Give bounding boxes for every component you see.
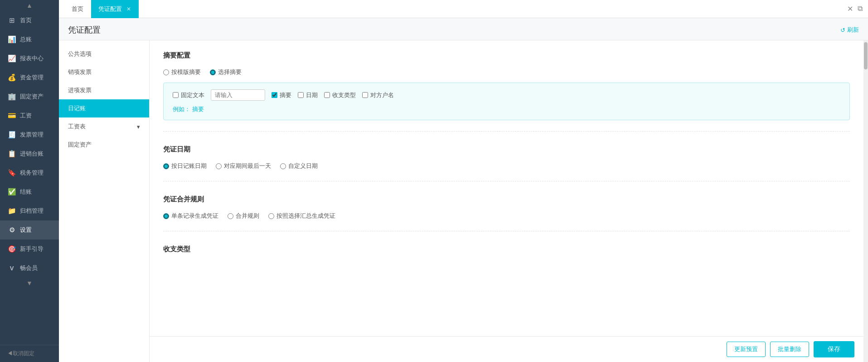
summary-config-title: 摘要配置 xyxy=(163,51,850,60)
window-restore-icon[interactable]: ⧉ xyxy=(858,5,863,13)
section-income-expense: 收支类型 xyxy=(163,245,850,273)
invoice-icon: 🧾 xyxy=(7,131,16,139)
sidebar-scroll-up[interactable]: ▲ xyxy=(0,0,59,11)
sidebar-unpin-button[interactable]: ◀取消固定 xyxy=(0,345,59,362)
left-nav-item-sales-invoice[interactable]: 销项发票 xyxy=(59,63,149,81)
summary-preview: 例如： 摘要 xyxy=(173,105,840,113)
sidebar-item-member[interactable]: V 畅会员 xyxy=(0,259,59,278)
sidebar-item-archive[interactable]: 📁 归档管理 xyxy=(0,201,59,220)
bottom-bar: 更新预置 批量删除 保存 xyxy=(150,336,863,362)
left-nav-item-journal[interactable]: 日记账 xyxy=(59,99,149,117)
batch-delete-button[interactable]: 批量删除 xyxy=(770,342,809,357)
right-content: 摘要配置 按模版摘要 选择摘要 xyxy=(150,40,863,336)
left-nav: 公共选项 销项发票 进项发票 日记账 工资表 ▾ 固定资产 xyxy=(59,40,150,362)
content-area: 凭证配置 ↺ 刷新 公共选项 销项发票 进项发票 日记账 xyxy=(59,18,868,362)
page-title: 凭证配置 xyxy=(68,24,101,35)
summary-checkbox-row: 固定文本 摘要 日期 xyxy=(173,89,840,101)
sidebar-item-assets[interactable]: 🏢 固定资产 xyxy=(0,87,59,106)
radio-single-record[interactable]: 单条记录生成凭证 xyxy=(163,212,218,220)
sidebar-scroll-down[interactable]: ▼ xyxy=(0,278,59,289)
trade-icon: 📋 xyxy=(7,150,16,158)
ledger-icon: 📊 xyxy=(7,35,16,44)
left-nav-item-payroll[interactable]: 工资表 ▾ xyxy=(59,117,149,136)
outer-scrollbar[interactable] xyxy=(863,40,868,362)
checkbox-income-expense-type[interactable]: 收支类型 xyxy=(324,91,356,99)
expand-arrow-icon: ▾ xyxy=(137,123,140,130)
archive-icon: 📁 xyxy=(7,207,16,215)
tab-voucher-config[interactable]: 凭证配置 ✕ xyxy=(91,0,139,18)
tab-bar-actions: ✕ ⧉ xyxy=(847,5,863,13)
sidebar-item-salary[interactable]: 💳 工资 xyxy=(0,106,59,125)
sidebar-item-reports[interactable]: 📈 报表中心 xyxy=(0,49,59,68)
radio-journal-date[interactable]: 按日记账日期 xyxy=(163,162,207,170)
sidebar-item-trade[interactable]: 📋 进销台账 xyxy=(0,144,59,163)
radio-merge-rule[interactable]: 合并规则 xyxy=(228,212,259,220)
summary-config-box: 固定文本 摘要 日期 xyxy=(163,83,850,120)
sidebar-item-settings[interactable]: ⚙ 设置 xyxy=(0,220,59,240)
settings-icon: ⚙ xyxy=(7,226,16,234)
radio-last-day[interactable]: 对应期间最后一天 xyxy=(216,162,271,170)
refresh-icon: ↺ xyxy=(840,27,845,34)
body-split: 公共选项 销项发票 进项发票 日记账 工资表 ▾ 固定资产 xyxy=(59,40,868,362)
summary-mode-radio-group: 按模版摘要 选择摘要 xyxy=(163,68,850,76)
left-nav-item-public[interactable]: 公共选项 xyxy=(59,45,149,63)
checkout-icon: ✅ xyxy=(7,188,16,196)
voucher-date-radio-group: 按日记账日期 对应期间最后一天 自定义日期 xyxy=(163,162,850,170)
sidebar-item-invoice[interactable]: 🧾 发票管理 xyxy=(0,125,59,144)
home-icon: ⊞ xyxy=(7,16,16,24)
salary-icon: 💳 xyxy=(7,112,16,120)
save-button[interactable]: 保存 xyxy=(814,341,854,357)
sidebar-item-home[interactable]: ⊞ 首页 xyxy=(0,11,59,30)
guide-icon: 🎯 xyxy=(7,245,16,253)
radio-select-summary[interactable]: 选择摘要 xyxy=(210,68,242,76)
income-expense-title: 收支类型 xyxy=(163,245,850,254)
fixed-text-input[interactable] xyxy=(211,89,265,101)
sidebar-item-funds[interactable]: 💰 资金管理 xyxy=(0,68,59,87)
section-summary-config: 摘要配置 按模版摘要 选择摘要 xyxy=(163,51,850,132)
member-icon: V xyxy=(7,265,16,272)
left-nav-item-purchase-invoice[interactable]: 进项发票 xyxy=(59,81,149,99)
tax-icon: 🔖 xyxy=(7,169,16,177)
section-voucher-merge: 凭证合并规则 单条记录生成凭证 合并规则 xyxy=(163,195,850,231)
assets-icon: 🏢 xyxy=(7,93,16,101)
sidebar: ▲ ⊞ 首页 📊 总账 📈 报表中心 💰 资金管理 🏢 固定资产 💳 工资 🧾 … xyxy=(0,0,59,362)
sidebar-item-guide[interactable]: 🎯 新手引导 xyxy=(0,240,59,259)
window-close-icon[interactable]: ✕ xyxy=(847,5,853,13)
voucher-merge-title: 凭证合并规则 xyxy=(163,195,850,204)
section-voucher-date: 凭证日期 按日记账日期 对应期间最后一天 xyxy=(163,145,850,181)
refresh-button[interactable]: ↺ 刷新 xyxy=(840,26,859,34)
tab-bar: 首页 凭证配置 ✕ ✕ ⧉ xyxy=(59,0,868,18)
checkbox-counterparty[interactable]: 对方户名 xyxy=(362,91,394,99)
tab-close-icon[interactable]: ✕ xyxy=(126,6,131,12)
checkbox-summary[interactable]: 摘要 xyxy=(272,91,291,99)
sidebar-item-tax[interactable]: 🔖 税务管理 xyxy=(0,163,59,182)
radio-summary-generate[interactable]: 按照选择汇总生成凭证 xyxy=(268,212,335,220)
sidebar-item-checkout[interactable]: ✅ 结账 xyxy=(0,182,59,201)
voucher-date-title: 凭证日期 xyxy=(163,145,850,154)
sidebar-item-ledger[interactable]: 📊 总账 xyxy=(0,30,59,49)
update-preview-button[interactable]: 更新预置 xyxy=(727,342,766,357)
checkbox-date[interactable]: 日期 xyxy=(298,91,318,99)
voucher-merge-radio-group: 单条记录生成凭证 合并规则 按照选择汇总生成凭证 xyxy=(163,212,850,220)
main-area: 首页 凭证配置 ✕ ✕ ⧉ 凭证配置 ↺ 刷新 公共选项 xyxy=(59,0,868,362)
radio-custom-date[interactable]: 自定义日期 xyxy=(280,162,318,170)
funds-icon: 💰 xyxy=(7,73,16,82)
page-header: 凭证配置 ↺ 刷新 xyxy=(59,18,868,40)
radio-template-summary[interactable]: 按模版摘要 xyxy=(163,68,201,76)
left-nav-item-fixed-assets[interactable]: 固定资产 xyxy=(59,136,149,154)
tab-home[interactable]: 首页 xyxy=(64,0,91,18)
checkbox-fixed-text[interactable]: 固定文本 xyxy=(173,91,204,99)
scrollbar-thumb[interactable] xyxy=(864,42,868,69)
reports-icon: 📈 xyxy=(7,54,16,63)
